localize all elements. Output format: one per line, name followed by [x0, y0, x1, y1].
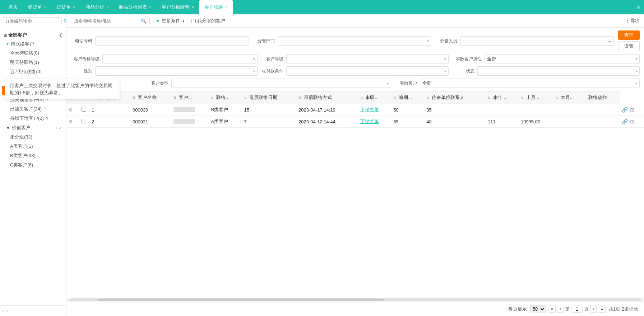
customer-type-select[interactable]: ▾	[171, 79, 391, 88]
sidebar-declining[interactable]: 持续下滑客户(2) ?	[0, 114, 66, 123]
nav-sales-order[interactable]: 销货单 ×	[23, 0, 52, 14]
search-icon[interactable]: 🔍	[141, 18, 147, 24]
grid-icon: ⊞	[4, 33, 7, 38]
window-close-button[interactable]: ×	[636, 4, 640, 11]
prev-page-button[interactable]: ‹	[557, 306, 564, 313]
table-header-row: ⚙ 客户编码 客户名称 客户... 联络...	[66, 91, 644, 104]
row-uncontacted: 55	[391, 116, 424, 128]
collapse-icon[interactable]: ❮	[59, 33, 62, 38]
status-select[interactable]: ▾	[477, 66, 640, 76]
last-page-button[interactable]: »	[598, 306, 606, 313]
th-uncontacted[interactable]: 未联...	[358, 91, 392, 104]
th-last-month[interactable]: 上月...	[519, 91, 553, 104]
sidebar-prev-btn[interactable]: ‹	[3, 308, 5, 314]
search-input[interactable]	[74, 18, 141, 23]
triangle-icon: ▼	[6, 125, 10, 131]
retail-attr-select[interactable]: 全部 ▾	[485, 54, 640, 63]
row-checkbox[interactable]	[78, 104, 89, 116]
tooltip-box: 距客户上次交易时长，超过了此客户的平均交易周期的1.5倍，则视为异常。	[5, 79, 66, 99]
row-last-contact-method[interactable]: 下销货单	[358, 104, 392, 116]
phone-cell: 电话号码	[71, 36, 249, 46]
sidebar-c-customers[interactable]: C类客户(6)	[0, 160, 66, 170]
page-number-input[interactable]	[571, 306, 583, 313]
th-contact-person[interactable]: 往来单位联系人	[424, 91, 486, 104]
phone-input[interactable]	[95, 36, 249, 46]
sidebar-a-customers[interactable]: A类客户(1)	[0, 142, 66, 151]
check-icon[interactable]: ✓	[59, 125, 62, 131]
th-contact-count[interactable]: 联络...	[209, 91, 242, 104]
th-this-year[interactable]: 本年...	[486, 91, 519, 104]
query-button[interactable]: 查询	[618, 30, 640, 40]
circle-icon[interactable]: ○	[54, 125, 57, 131]
price-level-select[interactable]: ▾	[102, 54, 258, 63]
sidebar-b-customers[interactable]: B类客户(33)	[0, 151, 66, 160]
sidebar-today-pending[interactable]: 今天待联络(0)	[0, 48, 66, 58]
grid-icon[interactable]: ⊞	[630, 119, 634, 124]
close-icon[interactable]: ×	[44, 5, 47, 10]
row-last-month	[553, 116, 586, 128]
sidebar-next-btn[interactable]: ›	[6, 308, 8, 314]
export-button[interactable]: ↑ 导出	[627, 18, 640, 24]
row-checkbox[interactable]	[78, 116, 89, 128]
data-table: ⚙ 客户编码 客户名称 客户... 联络...	[66, 91, 644, 128]
more-conditions-btn[interactable]: ▼ 更多条件 ▲	[153, 16, 187, 25]
dept-select[interactable]: ▾	[278, 36, 431, 46]
row-last-contact-method[interactable]: 下销货单	[358, 116, 392, 128]
close-icon[interactable]: ×	[73, 5, 75, 10]
payment-select[interactable]: ▾	[286, 66, 449, 76]
chevron-down-icon: ▾	[635, 81, 637, 85]
grid-icon[interactable]: ⊞	[630, 107, 634, 113]
pending-contact-group[interactable]: ▼ 待联络客户	[0, 40, 66, 48]
search-icon[interactable]: 🔍	[63, 19, 66, 24]
payment-label: 收付款条件	[262, 68, 283, 74]
th-last-contact-method[interactable]: 最后联络方式	[296, 91, 358, 104]
customer-type-cell: 客户类型 ▾	[147, 79, 391, 88]
close-icon[interactable]: ×	[149, 5, 152, 10]
customer-level-select[interactable]: ▾	[286, 54, 449, 63]
th-last-contact-date[interactable]: 最后联络日期	[242, 91, 296, 104]
close-icon[interactable]: ×	[192, 5, 194, 10]
link-icon[interactable]: 🔗	[622, 107, 628, 113]
sidebar-week-pending[interactable]: 近7天待联络(0)	[0, 67, 66, 76]
filter-row-4: ... 客户类型 ▾ 零散客户 全部 ▾	[71, 79, 640, 88]
horizontal-scrollbar[interactable]	[66, 298, 644, 302]
gender-select[interactable]: ▾	[95, 66, 258, 76]
next-page-button[interactable]: ›	[590, 306, 597, 313]
nav-product-analysis[interactable]: 商品分析 ×	[80, 0, 114, 14]
th-name[interactable]: 客户名称	[130, 91, 171, 104]
filter-top-bar: 🔍 ▼ 更多条件 ▲ 我分管的客户 ↑ 导出	[66, 14, 644, 28]
chevron-down-icon: ▾	[444, 57, 446, 61]
page-size-select[interactable]: 50	[530, 305, 546, 313]
close-icon[interactable]: ×	[106, 5, 109, 10]
value-customers-group[interactable]: ▼ 价值客户 ○ ✓	[0, 123, 66, 132]
all-customers-header[interactable]: ⊞ 全部客户 ❮	[0, 30, 66, 40]
sidebar-search-input[interactable]	[3, 17, 62, 25]
action-buttons: 查询 设置	[618, 30, 640, 51]
row-gear-icon[interactable]: ⚙	[66, 104, 78, 116]
nav-customer-segment[interactable]: 客户分层经营 ×	[157, 0, 199, 14]
close-icon[interactable]: ×	[225, 5, 228, 10]
nav-product-analysis-list[interactable]: 商品分析列表 ×	[114, 0, 157, 14]
nav-purchase-order[interactable]: 进货单 ×	[52, 0, 80, 14]
table-area: ⚙ 客户编码 客户名称 客户... 联络...	[66, 91, 644, 298]
th-level[interactable]: 客户...	[171, 91, 209, 104]
row-contact-person	[486, 104, 519, 116]
sidebar-ungraded[interactable]: 未分组(32)	[0, 132, 66, 142]
my-customers-checkbox[interactable]	[191, 19, 196, 23]
sidebar-already-lost[interactable]: 已流失客户(24) ?	[0, 104, 66, 114]
row-gear-icon[interactable]: ⚙	[66, 116, 78, 128]
nav-home[interactable]: 首页	[4, 0, 23, 14]
settings-button[interactable]: 设置	[618, 41, 640, 51]
th-this-month[interactable]: 本月...	[553, 91, 586, 104]
status-cell: 状态 ▾	[453, 66, 640, 76]
th-overdue[interactable]: 逾期...	[391, 91, 424, 104]
retail-select[interactable]: 全部 ▾	[420, 79, 640, 88]
link-icon[interactable]: 🔗	[622, 119, 628, 124]
first-page-button[interactable]: «	[548, 306, 556, 313]
total-records: 共1页 2条记录	[608, 306, 638, 312]
my-customers-checkbox-wrap: 我分管的客户	[191, 18, 225, 24]
manager-select[interactable]: ···	[460, 36, 614, 46]
nav-customer-contact[interactable]: 客户联络 ×	[199, 0, 233, 14]
sidebar-tomorrow-pending[interactable]: 明天待联络(1)	[0, 58, 66, 67]
scrollbar-thumb[interactable]	[98, 298, 384, 301]
